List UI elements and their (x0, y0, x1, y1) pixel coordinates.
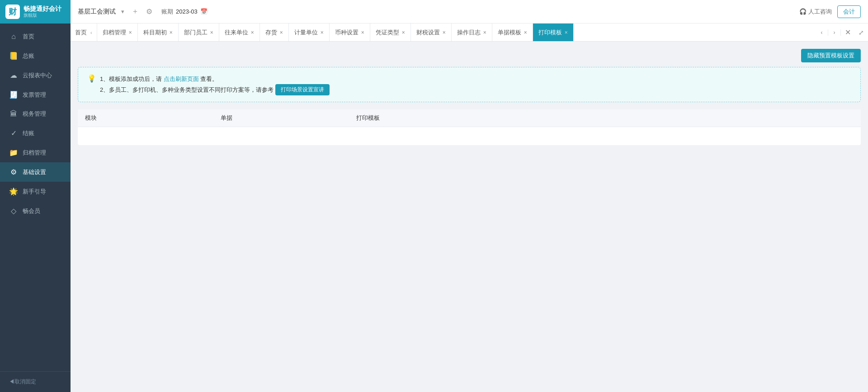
invoice-icon: 🧾 (9, 90, 18, 99)
period-display: 账期 2023-03 📅 (161, 8, 208, 16)
sidebar: 财 畅捷通好会计 旗舰版 ⌂首页📒总账☁云报表中心🧾发票管理🏛税务管理✓结账📁归… (0, 0, 71, 392)
tab-close-currency[interactable]: × (361, 29, 364, 36)
col-template-header: 打印模板 (356, 114, 854, 122)
info-line1-text2: 查看。 (200, 76, 218, 82)
logo-title: 畅捷通好会计 (24, 5, 61, 13)
sidebar-item-guide[interactable]: 🌟新手引导 (0, 182, 71, 201)
sidebar-logo: 财 畅捷通好会计 旗舰版 (0, 0, 71, 24)
tab-archive_mgmt[interactable]: 归档管理× (97, 24, 138, 41)
info-text: 1、模板添加成功后，请 点击刷新页面 查看。 2、多员工、多打印机、多种业务类型… (100, 74, 330, 95)
info-line1-text1: 1、模板添加成功后，请 (100, 76, 162, 82)
tab-label-dept_staff: 部门员工 (184, 28, 208, 37)
add-tab-icon[interactable]: ＋ (132, 7, 139, 16)
tab-label-currency: 币种设置 (335, 28, 359, 37)
sidebar-item-ledger[interactable]: 📒总账 (0, 46, 71, 66)
tab-close-print_template[interactable]: × (565, 29, 568, 36)
tab-single_voucher[interactable]: 单据模板× (492, 24, 533, 41)
tab-voucher_type[interactable]: 凭证类型× (370, 24, 411, 41)
tab-inventory[interactable]: 存货× (260, 24, 289, 41)
tab-home[interactable]: 首页‹ (71, 24, 97, 41)
ledger-icon: 📒 (9, 52, 18, 60)
tab-label-home: 首页 (75, 28, 87, 37)
sidebar-item-basic[interactable]: ⚙基础设置 (0, 162, 71, 182)
sidebar-item-member[interactable]: ◇畅会员 (0, 201, 71, 221)
tab-unit[interactable]: 计量单位× (289, 24, 330, 41)
table-header: 模块 单据 打印模板 (78, 109, 861, 127)
headset-icon: 🎧 (799, 8, 807, 15)
tabbar: 首页‹归档管理×科目期初×部门员工×往来单位×存货×计量单位×币种设置×凭证类型… (71, 24, 868, 42)
tax-icon: 🏛 (9, 110, 18, 118)
logo-text: 畅捷通好会计 旗舰版 (24, 5, 61, 19)
kuaiji-button[interactable]: 会计 (837, 5, 861, 18)
archive-icon: 📁 (9, 148, 18, 157)
tab-currency[interactable]: 币种设置× (330, 24, 370, 41)
main-area: 基层工会测试 ▾ ＋ ⚙ 账期 2023-03 📅 🎧 人工咨询 会计 首页‹归… (71, 0, 868, 392)
tab-label-unit: 计量单位 (294, 28, 318, 37)
tab-close-inventory[interactable]: × (280, 29, 283, 36)
company-dropdown-icon[interactable]: ▾ (121, 8, 124, 15)
tab-label-subject_init: 科目期初 (143, 28, 167, 37)
tab-close-partner[interactable]: × (251, 29, 254, 36)
sidebar-item-checkout[interactable]: ✓结账 (0, 123, 71, 143)
tab-print_template[interactable]: 打印模板× (533, 24, 574, 41)
sidebar-item-home[interactable]: ⌂首页 (0, 27, 71, 46)
calendar-icon[interactable]: 📅 (200, 8, 208, 15)
nav-label-invoice: 发票管理 (23, 91, 46, 99)
sidebar-unpin[interactable]: ◀取消固定 (0, 371, 71, 392)
nav-label-ledger: 总账 (23, 52, 34, 60)
sidebar-item-reports[interactable]: ☁云报表中心 (0, 66, 71, 85)
tab-label-tax_setting: 财税设置 (416, 28, 440, 37)
nav-label-basic: 基础设置 (23, 168, 46, 176)
settings-icon[interactable]: ⚙ (146, 7, 152, 16)
tab-scroll-right[interactable]: › (828, 29, 841, 36)
nav-label-checkout: 结账 (23, 129, 34, 137)
tab-close-single_voucher[interactable]: × (524, 29, 527, 36)
nav-label-guide: 新手引导 (23, 188, 46, 196)
topbar: 基层工会测试 ▾ ＋ ⚙ 账期 2023-03 📅 🎧 人工咨询 会计 (71, 0, 868, 24)
basic-icon: ⚙ (9, 168, 18, 176)
tab-label-voucher_type: 凭证类型 (376, 28, 399, 37)
reports-icon: ☁ (9, 71, 18, 80)
tab-label-single_voucher: 单据模板 (498, 28, 521, 37)
tab-close-unit[interactable]: × (321, 29, 324, 36)
tab-dept_staff[interactable]: 部门员工× (179, 24, 219, 41)
sidebar-item-tax[interactable]: 🏛税务管理 (0, 104, 71, 123)
tab-close-archive_mgmt[interactable]: × (129, 29, 132, 36)
sidebar-nav: ⌂首页📒总账☁云报表中心🧾发票管理🏛税务管理✓结账📁归档管理⚙基础设置🌟新手引导… (0, 24, 71, 371)
member-icon: ◇ (9, 207, 18, 215)
sidebar-item-invoice[interactable]: 🧾发票管理 (0, 85, 71, 104)
col-module-header: 模块 (85, 114, 221, 122)
hide-preview-button[interactable]: 隐藏预置模板设置 (801, 49, 861, 62)
nav-label-member: 畅会员 (23, 207, 40, 215)
service-button[interactable]: 🎧 人工咨询 (799, 8, 832, 16)
print-scene-button[interactable]: 打印场景设置宣讲 (275, 84, 330, 95)
tab-tax_setting[interactable]: 财税设置× (411, 24, 452, 41)
maximize-icon[interactable]: ⤢ (854, 29, 868, 36)
home-icon: ⌂ (9, 33, 18, 41)
print-template-table: 模块 单据 打印模板 (78, 109, 861, 145)
company-name: 基层工会测试 (78, 8, 116, 16)
tab-label-archive_mgmt: 归档管理 (103, 28, 126, 37)
tab-close-subject_init[interactable]: × (170, 29, 173, 36)
tab-close-tax_setting[interactable]: × (443, 29, 446, 36)
tab-subject_init[interactable]: 科目期初× (138, 24, 179, 41)
info-box: 💡 1、模板添加成功后，请 点击刷新页面 查看。 2、多员工、多打印机、多种业务… (78, 67, 861, 102)
action-bar: 隐藏预置模板设置 (78, 49, 861, 62)
tab-close-dept_staff[interactable]: × (210, 29, 213, 36)
sidebar-item-archive[interactable]: 📁归档管理 (0, 143, 71, 162)
tab-close-voucher_type[interactable]: × (402, 29, 405, 36)
close-all-tabs-icon[interactable]: ✕ (841, 28, 854, 37)
nav-label-home: 首页 (23, 33, 34, 41)
info-line2-text1: 2、多员工、多打印机、多种业务类型设置不同打印方案等，请参考 (100, 85, 274, 95)
nav-label-archive: 归档管理 (23, 149, 46, 157)
logo-subtitle: 旗舰版 (24, 12, 61, 19)
tab-partner[interactable]: 往来单位× (219, 24, 260, 41)
bulb-icon: 💡 (87, 74, 96, 83)
page-content: 隐藏预置模板设置 💡 1、模板添加成功后，请 点击刷新页面 查看。 2、多员工、… (71, 42, 868, 392)
tab-scroll-left[interactable]: ‹ (816, 29, 828, 36)
tab-operation_log[interactable]: 操作日志× (452, 24, 492, 41)
nav-label-reports: 云报表中心 (23, 71, 52, 80)
tab-label-print_template: 打印模板 (538, 28, 562, 37)
tab-close-operation_log[interactable]: × (483, 29, 486, 36)
info-line1-link[interactable]: 点击刷新页面 (164, 76, 199, 82)
